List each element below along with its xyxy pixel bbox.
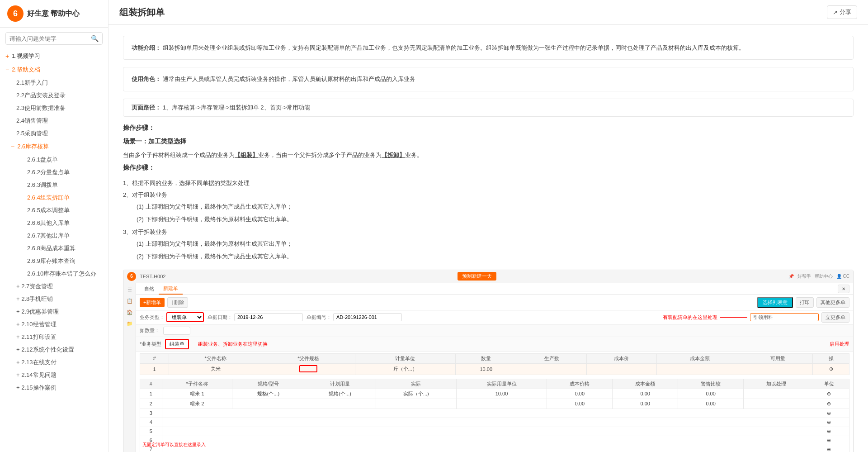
sidebar-nav: + 1.视频学习 − 2.帮助文档 2.1新手入门 2.2产品安装及登录 2.3… [0, 49, 108, 452]
sidebar-item-cases[interactable]: + 2.15操作案例 [11, 381, 108, 394]
app-test-id: TEST-H002 [140, 274, 165, 279]
scene1-desc: 当由多个子件材料组装成一个成品的业务为【组装】业务，当由一个父件拆分成多个子产品… [123, 149, 854, 161]
site-title: 好生意 帮助中心 [27, 9, 80, 19]
app-predict-btn[interactable]: 预测新建一天 [458, 272, 496, 281]
app-sidebar-left: ☰ 📋 🏠 📁 [123, 283, 136, 452]
sidebar-item-stocktake[interactable]: 2.6.1盘点单 [22, 153, 108, 166]
app-type-select[interactable]: 组装单 [166, 312, 204, 322]
app-nav-icon-3[interactable]: 🏠 [127, 309, 133, 315]
app-nav-icon-2[interactable]: 📋 [127, 298, 133, 304]
app-export-btn[interactable]: 其他更多单 [816, 297, 849, 308]
app-child-th-handle: 加以处理 [744, 379, 809, 389]
sidebar-item-inventory[interactable]: − 2.6库存核算 [11, 140, 108, 153]
ops-steps-title: 操作步骤： [123, 164, 854, 172]
app-td-prod-qty [517, 363, 586, 375]
app-delete-btn[interactable]: | 删除 [167, 297, 188, 308]
sidebar-item-faq[interactable]: + 2.14常见问题 [11, 369, 108, 381]
app-child-th-actual-unit: 实际用量单位 [456, 379, 547, 389]
expand-icon: + [5, 52, 9, 60]
app-tab-new[interactable]: 新建单 [159, 283, 183, 295]
sidebar-item-coupon[interactable]: + 2.9优惠券管理 [11, 305, 108, 318]
app-annotation-enable: 启用处理 [830, 341, 849, 347]
app-print-btn[interactable]: 打印 [796, 297, 814, 308]
step-2-1: (1) 上部明细为父件明细，最终作为产成品生成其它入库单； [137, 201, 854, 213]
sidebar-item-finance[interactable]: + 2.7资金管理 [11, 280, 108, 293]
path-box: 页面路径： 1、库存核算->库存管理->组装拆卸单 2、首页->常用功能 [123, 99, 854, 117]
app-nav-icon-4[interactable]: 📁 [127, 321, 133, 327]
app-submit-btn[interactable]: 选择列表意 [757, 297, 793, 308]
sidebar-item-transfer[interactable]: 2.6.3调拨单 [22, 179, 108, 191]
sidebar-item-ledger-error[interactable]: 2.6.10库存账本错了怎么办 [22, 267, 108, 280]
sidebar-item-other-in[interactable]: 2.6.6其他入库单 [22, 217, 108, 229]
sidebar: 6 好生意 帮助中心 🔍 + 1.视频学习 − 2.帮助文档 2.1新手入门 2… [0, 0, 108, 452]
app-child-table: # *子件名称 规格/型号 计划用量 实际 实际用量单位 成本价格 成本金额 警 [140, 379, 849, 452]
app-logo-icon: 6 [127, 272, 136, 281]
sidebar-item-beginner[interactable]: 2.1新手入门 [11, 76, 108, 89]
sidebar-item-cost-recalc[interactable]: 2.6.8商品成本重算 [22, 242, 108, 255]
sidebar-item-video[interactable]: + 1.视频学习 [0, 49, 108, 63]
app-save-btn[interactable]: +新增单 [140, 298, 165, 307]
app-td-row-ops[interactable]: ⊕ [813, 363, 849, 375]
app-th-seq: # [140, 353, 169, 363]
sidebar-item-label: 1.视频学习 [12, 52, 40, 60]
sidebar-item-purchase[interactable]: 2.5采购管理 [11, 127, 108, 140]
app-form-toolbar: +新增单 | 删除 选择列表意 打印 其他更多单 [136, 295, 853, 310]
app-td-avail [743, 363, 812, 375]
app-tab-natural[interactable]: 自然 [140, 284, 159, 294]
step-2: 2、对于组装业务 [123, 189, 854, 201]
collapse-icon-inventory: − [11, 143, 14, 150]
app-th-cost-price: 成本价 [587, 353, 656, 363]
app-child-th-cost-amt: 成本金额 [613, 379, 678, 389]
app-top-bar: 6 TEST-H002 预测新建一天 📌 好帮手 帮助中心 👤 CC [123, 270, 853, 283]
app-spec-highlight[interactable] [299, 365, 317, 372]
sidebar-item-mobile[interactable]: + 2.8手机旺铺 [11, 293, 108, 305]
inventory-subnav: 2.6.1盘点单 2.6.2分量盘点单 2.6.3调拨单 2.6.4组装拆卸单 … [11, 153, 108, 280]
role-label: 使用角色： [132, 76, 161, 82]
app-child-th-ops: 单位 [809, 379, 849, 389]
sidebar-item-sales[interactable]: 2.4销售管理 [11, 114, 108, 127]
app-form-row2: 如数量： [136, 324, 853, 337]
app-tab-row: 自然 新建单 ✕ [136, 283, 853, 295]
app-confirm-btn[interactable]: 立更多单 [821, 312, 849, 323]
content-area: 功能介绍： 组装拆卸单用来处理企业组装或拆卸等加工业务，支持有固定装配清单的产品… [108, 25, 868, 452]
sidebar-item-assembly[interactable]: 2.6.4组装拆卸单 [22, 191, 108, 204]
sidebar-item-personalize[interactable]: + 2.12系统个性化设置 [11, 343, 108, 356]
sidebar-header: 6 好生意 帮助中心 [0, 0, 108, 28]
app-date-label: 单据日期： [208, 314, 232, 321]
table-row: 1 糯米 1 规格(个...) 规格(个...) 实际（个...) 10.00 … [140, 389, 849, 399]
sidebar-item-partial-stocktake[interactable]: 2.6.2分量盘点单 [22, 166, 108, 179]
app-date-field: 单据日期： [208, 313, 303, 321]
app-nav-icon-1[interactable]: ☰ [127, 287, 132, 293]
app-date-input[interactable] [234, 313, 303, 321]
role-text: 通常由生产人员或库管人员完成拆装业务的操作，库管人员确认原材料的出库和产成品的入… [163, 76, 415, 82]
sidebar-item-payment[interactable]: + 2.13在线支付 [11, 356, 108, 369]
search-input[interactable] [9, 35, 91, 42]
app-icon-1: 📌 [788, 274, 794, 279]
step-list: 1、根据不同的业务，选择不同单据的类型来处理 2、对于组装业务 (1) 上部明细… [123, 177, 854, 262]
app-child-th-actual: 实际 [376, 379, 457, 389]
sidebar-item-cost-adj[interactable]: 2.6.5成本调整单 [22, 204, 108, 217]
step-2-2: (2) 下部明细为子件明细，最终作为原材料生成其它出库单。 [137, 214, 854, 225]
app-screenshot: 6 TEST-H002 预测新建一天 📌 好帮手 帮助中心 👤 CC [123, 270, 853, 452]
sidebar-item-operations[interactable]: + 2.10经营管理 [11, 318, 108, 331]
sidebar-item-data-prep[interactable]: 2.3使用前数据准备 [11, 102, 108, 114]
app-type-highlight[interactable]: 组装单 [165, 339, 189, 349]
sidebar-item-docs[interactable]: − 2.帮助文档 [0, 63, 108, 76]
app-close-btn[interactable]: ✕ [838, 285, 849, 293]
search-box[interactable]: 🔍 [5, 32, 103, 45]
table-row: 3 ⊕ [140, 409, 849, 418]
sidebar-item-ledger-query[interactable]: 2.6.9库存账本查询 [22, 255, 108, 267]
share-button[interactable]: ↗ 分享 [827, 5, 857, 19]
sidebar-item-print[interactable]: + 2.11打印设置 [11, 331, 108, 343]
top-bar: 组装拆卸单 ↗ 分享 [108, 0, 868, 25]
app-bom-input[interactable] [750, 313, 819, 321]
app-code-input[interactable] [333, 313, 402, 321]
sidebar-item-other-out[interactable]: 2.6.7其他出库单 [22, 229, 108, 242]
search-icon[interactable]: 🔍 [91, 35, 99, 42]
app-th-qty: 数量 [455, 353, 517, 363]
app-num-input[interactable] [163, 327, 190, 335]
app-td-unit: 斤（个...） [355, 363, 455, 375]
app-child-th-plan-qty: 计划用量 [304, 379, 376, 389]
sidebar-item-install[interactable]: 2.2产品安装及登录 [11, 89, 108, 102]
app-arrow-1 [720, 317, 747, 318]
